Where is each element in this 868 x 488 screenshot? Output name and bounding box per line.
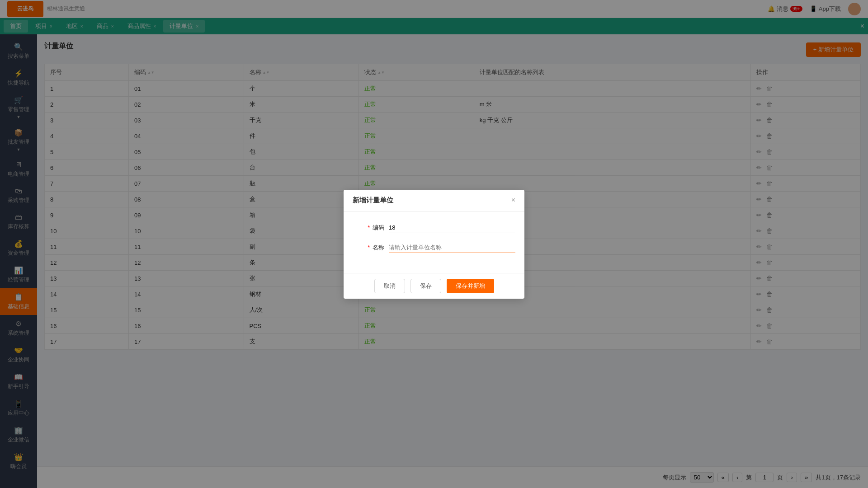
code-label: * 编码 xyxy=(353,224,384,232)
save-new-button[interactable]: 保存并新增 xyxy=(447,279,494,293)
modal-body: * 编码 * 名称 xyxy=(344,211,524,273)
modal-add-unit: 新增计量单位 × * 编码 * 名称 取消 保存 保存并新增 xyxy=(344,190,524,299)
modal-close-btn[interactable]: × xyxy=(511,196,515,204)
cancel-button[interactable]: 取消 xyxy=(374,279,405,293)
modal-header: 新增计量单位 × xyxy=(344,190,524,211)
form-item-name: * 名称 xyxy=(353,242,515,253)
modal-footer: 取消 保存 保存并新增 xyxy=(344,273,524,299)
code-input[interactable] xyxy=(389,222,515,233)
modal-title: 新增计量单位 xyxy=(353,196,393,205)
name-label: * 名称 xyxy=(353,244,384,252)
form-item-code: * 编码 xyxy=(353,222,515,233)
name-input[interactable] xyxy=(389,242,515,253)
modal-overlay: 新增计量单位 × * 编码 * 名称 取消 保存 保存并新增 xyxy=(0,0,868,488)
save-button[interactable]: 保存 xyxy=(410,279,441,293)
